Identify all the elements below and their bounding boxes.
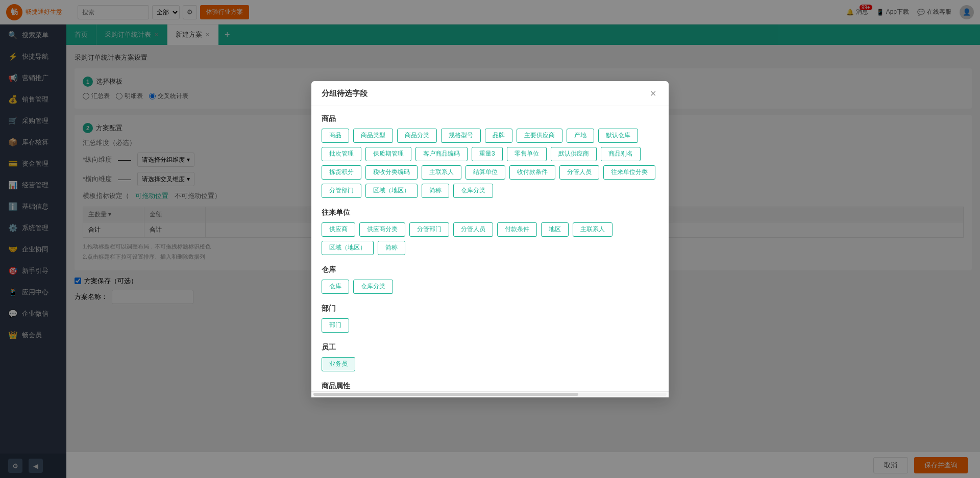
section-product-title: 商品 [322,114,658,123]
field-product[interactable]: 商品 [322,129,349,143]
warehouse-fields: 仓库 仓库分类 [322,280,658,294]
field-product-type[interactable]: 商品类型 [353,129,393,143]
field-partner-region[interactable]: 区域（地区） [322,241,374,255]
field-main-supplier[interactable]: 主要供应商 [517,129,562,143]
field-supervisor[interactable]: 分管人员 [559,165,599,180]
field-customer-code[interactable]: 客户商品编码 [415,147,468,161]
field-partner-person[interactable]: 分管人员 [453,222,493,237]
employee-fields: 业务员 [322,357,658,371]
field-payment-terms[interactable]: 收付款条件 [509,165,555,180]
field-batch-mgmt[interactable]: 批次管理 [322,147,361,161]
field-weight[interactable]: 重量3 [472,147,503,161]
field-shelf-life[interactable]: 保质期管理 [365,147,411,161]
field-warehouse-category[interactable]: 仓库分类 [453,184,493,198]
field-region[interactable]: 区域（地区） [365,184,418,198]
field-product-alias[interactable]: 商品别名 [601,147,641,161]
field-pick-points[interactable]: 拣货积分 [322,165,361,180]
field-salesperson[interactable]: 业务员 [322,357,355,371]
product-fields: 商品 商品类型 商品分类 规格型号 品牌 主要供应商 产地 默认仓库 批次管理 … [322,129,658,198]
field-origin[interactable]: 产地 [567,129,594,143]
section-attrs-title: 商品属性 [322,382,658,391]
field-supplier-category[interactable]: 供应商分类 [359,222,405,237]
field-short-name[interactable]: 简称 [422,184,449,198]
section-employee-title: 员工 [322,343,658,352]
field-pay-terms[interactable]: 付款条件 [497,222,537,237]
modal-body[interactable]: 商品 商品 商品类型 商品分类 规格型号 品牌 主要供应商 产地 默认仓库 批次… [311,106,669,391]
section-product-attrs: 商品属性 属性 颜色 多规格 尺码 鞋码 1 [322,382,658,391]
modal-hscroll[interactable] [311,391,669,397]
modal-dialog: 分组待选字段 ✕ 商品 商品 商品类型 商品分类 规格型号 品牌 主要供应商 产… [311,81,669,397]
field-tax-code[interactable]: 税收分类编码 [365,165,418,180]
field-dept[interactable]: 分管部门 [322,184,361,198]
section-dept-title: 部门 [322,304,658,313]
field-warehouse[interactable]: 仓库 [322,280,349,294]
modal-header: 分组待选字段 ✕ [311,81,669,106]
field-supplier[interactable]: 供应商 [322,222,355,237]
modal-title: 分组待选字段 [322,89,368,98]
section-department: 部门 部门 [322,304,658,333]
field-retail-unit[interactable]: 零售单位 [507,147,547,161]
section-partner-title: 往来单位 [322,208,658,217]
field-wh-category[interactable]: 仓库分类 [353,280,393,294]
field-partner-shortname[interactable]: 简称 [378,241,405,255]
field-default-warehouse[interactable]: 默认仓库 [598,129,638,143]
field-district[interactable]: 地区 [541,222,569,237]
modal-close-button[interactable]: ✕ [647,88,658,99]
field-partner-dept[interactable]: 分管部门 [409,222,449,237]
field-brand[interactable]: 品牌 [485,129,512,143]
field-department[interactable]: 部门 [322,318,349,333]
field-product-category[interactable]: 商品分类 [397,129,437,143]
section-warehouse: 仓库 仓库 仓库分类 [322,265,658,294]
section-partner: 往来单位 供应商 供应商分类 分管部门 分管人员 付款条件 地区 主联系人 区域… [322,208,658,255]
partner-fields: 供应商 供应商分类 分管部门 分管人员 付款条件 地区 主联系人 区域（地区） … [322,222,658,255]
field-main-contact[interactable]: 主联系人 [422,165,461,180]
dept-fields: 部门 [322,318,658,333]
section-product: 商品 商品 商品类型 商品分类 规格型号 品牌 主要供应商 产地 默认仓库 批次… [322,114,658,198]
field-partner-contact[interactable]: 主联系人 [573,222,612,237]
field-settlement-unit[interactable]: 结算单位 [465,165,505,180]
field-spec-model[interactable]: 规格型号 [441,129,481,143]
section-employee: 员工 业务员 [322,343,658,371]
field-default-supplier[interactable]: 默认供应商 [551,147,597,161]
field-partner-category[interactable]: 往来单位分类 [603,165,655,180]
section-warehouse-title: 仓库 [322,265,658,274]
modal-overlay: 分组待选字段 ✕ 商品 商品 商品类型 商品分类 规格型号 品牌 主要供应商 产… [0,0,980,478]
